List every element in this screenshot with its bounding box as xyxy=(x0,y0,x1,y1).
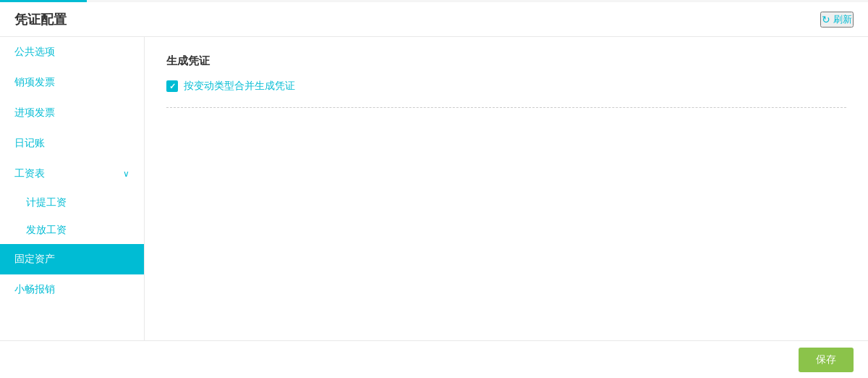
sidebar-item-purchase-invoice[interactable]: 进项发票 xyxy=(0,98,144,128)
sidebar-item-payroll-table[interactable]: 工资表 ∨ xyxy=(0,159,144,189)
sidebar-item-public-options[interactable]: 公共选项 xyxy=(0,37,144,67)
sidebar: 公共选项 销项发票 进项发票 日记账 工资表 ∨ 计提工资 发放工资 固定资 xyxy=(0,37,145,340)
sidebar-item-pay-payroll[interactable]: 发放工资 xyxy=(0,217,144,244)
section-title: 生成凭证 xyxy=(166,54,846,68)
header: 凭证配置 ↻ 刷新 xyxy=(0,2,868,37)
sidebar-item-label: 进项发票 xyxy=(14,106,55,119)
sidebar-item-fixed-assets[interactable]: 固定资产 xyxy=(0,244,144,274)
sidebar-item-journal[interactable]: 日记账 xyxy=(0,128,144,159)
body: 公共选项 销项发票 进项发票 日记账 工资表 ∨ 计提工资 发放工资 固定资 xyxy=(0,37,868,340)
sidebar-item-label: 发放工资 xyxy=(26,224,67,235)
sidebar-item-reimbursement[interactable]: 小畅报销 xyxy=(0,274,144,305)
refresh-button[interactable]: ↻ 刷新 xyxy=(820,12,854,28)
section-divider xyxy=(166,107,846,108)
chevron-down-icon: ∨ xyxy=(123,169,129,179)
page-wrapper: 凭证配置 ↻ 刷新 公共选项 销项发票 进项发票 日记账 工资表 ∨ xyxy=(0,0,868,378)
checkbox-row: 按变动类型合并生成凭证 xyxy=(166,80,846,93)
refresh-label: 刷新 xyxy=(833,13,852,26)
main-content: 生成凭证 按变动类型合并生成凭证 xyxy=(145,37,868,340)
sidebar-item-label: 计提工资 xyxy=(26,196,67,208)
sidebar-item-sales-invoice[interactable]: 销项发票 xyxy=(0,67,144,98)
merge-by-type-checkbox[interactable] xyxy=(166,80,178,92)
sidebar-item-label: 工资表 xyxy=(14,167,45,180)
page-title: 凭证配置 xyxy=(14,11,67,28)
sidebar-item-label: 固定资产 xyxy=(14,253,55,266)
footer: 保存 xyxy=(0,340,868,378)
sidebar-item-label: 公共选项 xyxy=(14,46,55,59)
sidebar-item-label: 销项发票 xyxy=(14,76,55,89)
checkbox-label: 按变动类型合并生成凭证 xyxy=(184,80,295,93)
refresh-icon: ↻ xyxy=(822,14,830,25)
sidebar-item-label: 日记账 xyxy=(14,137,45,150)
sidebar-item-calc-payroll[interactable]: 计提工资 xyxy=(0,189,144,217)
save-button[interactable]: 保存 xyxy=(799,348,854,372)
sidebar-item-label: 小畅报销 xyxy=(14,283,55,296)
